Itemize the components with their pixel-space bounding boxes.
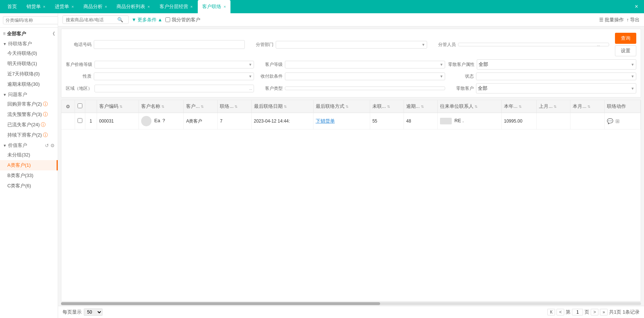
dept-label: 分管部门 — [248, 42, 273, 48]
gear-icon[interactable]: ⚙ — [66, 104, 70, 109]
value-arrow-icon: ▼ — [3, 144, 7, 148]
first-page-btn[interactable]: К — [547, 309, 555, 315]
sort-overdue-icon[interactable]: ⇅ — [421, 105, 424, 109]
person-label: 分管人员 — [430, 42, 456, 48]
col-this-month: 本月... ⇅ — [570, 100, 604, 113]
horizontal-scrollbar[interactable] — [61, 301, 641, 306]
sort-type-icon[interactable]: ⇅ — [201, 105, 204, 109]
my-customers-filter: 我分管的客户 — [165, 17, 200, 23]
filter-search-input[interactable] — [66, 17, 117, 22]
retail-customer-select[interactable]: 全部 ▼ — [476, 83, 636, 93]
filter-more-arrow: ▲ — [158, 17, 162, 22]
dept-arrow-icon: ▼ — [422, 43, 425, 47]
customer-level-arrow: ▼ — [440, 63, 443, 67]
settings-icon[interactable]: ⚙ — [50, 143, 55, 148]
customer-type-select[interactable] — [285, 86, 445, 90]
sidebar-search-input[interactable] — [3, 16, 58, 24]
col-this-year: 本年... ⇅ — [502, 100, 537, 113]
sort-lastmonth-icon[interactable]: ⇅ — [554, 105, 557, 109]
sidebar-item-overdue[interactable]: 逾期未联络(30) — [0, 79, 58, 89]
select-all-checkbox[interactable] — [78, 103, 82, 108]
status-select[interactable]: ▼ — [476, 73, 636, 80]
status-bar-right: К < 第 页 > » 共1页 1条记录 — [547, 309, 640, 315]
dept-select[interactable]: ▼ — [276, 41, 427, 49]
refresh-icon[interactable]: ↺ — [45, 143, 49, 148]
person-select[interactable]: ... — [458, 43, 609, 46]
col-contact-person: 往来单位联系人 ⇅ — [438, 100, 502, 113]
retail-attr-value: 全部 — [479, 61, 488, 68]
nav-tab-goods-list[interactable]: 商品分析列表 × — [112, 0, 154, 13]
export-btn[interactable]: ↑ 导出 — [627, 17, 640, 23]
nav-tab-sales[interactable]: 销货单 × — [22, 0, 50, 13]
nature-select[interactable]: ▼ — [94, 73, 254, 80]
problem-customers-group[interactable]: ▼ 问题客户 — [0, 89, 58, 99]
pending-contact-group[interactable]: ▼ 待联络客户 — [0, 39, 58, 48]
customer-level-select[interactable]: ▼ — [285, 61, 445, 68]
last-method-link[interactable]: 下销货单 — [316, 118, 335, 124]
sidebar-item-a-class[interactable]: A类客户(1) — [0, 160, 58, 170]
close-customer-layer-tab[interactable]: × — [190, 4, 193, 9]
sidebar-item-churn-warning[interactable]: 流失预警客户(3) ⓘ — [0, 109, 58, 120]
sidebar-collapse-btn[interactable]: 《 — [50, 31, 55, 37]
sort-code-icon[interactable]: ⇅ — [119, 105, 122, 109]
sidebar-item-c-class[interactable]: C类客户(6) — [0, 181, 58, 191]
last-page-btn[interactable]: » — [600, 309, 608, 315]
page-number-input[interactable] — [572, 309, 583, 315]
sort-year-icon[interactable]: ⇅ — [519, 105, 522, 109]
col-contact: 联络... ⇅ — [218, 100, 251, 113]
nav-tab-customer-contact[interactable]: 客户联络 × — [198, 0, 230, 13]
close-customer-contact-tab[interactable]: × — [223, 4, 226, 9]
sort-person-icon[interactable]: ⇅ — [475, 105, 477, 109]
batch-op-btn[interactable]: ☰ 批量操作 — [599, 17, 624, 23]
sidebar-item-repurchase[interactable]: 回购异常客户(2) ⓘ — [0, 99, 58, 109]
next-page-btn[interactable]: > — [591, 309, 598, 315]
close-purchase-tab[interactable]: × — [71, 4, 74, 9]
retail-customer-arrow: ▼ — [631, 86, 634, 91]
sort-nodays-icon[interactable]: ⇅ — [387, 105, 390, 109]
close-goods-analysis-tab[interactable]: × — [105, 4, 107, 9]
sidebar-item-declining[interactable]: 持续下滑客户(2) ⓘ — [0, 130, 58, 140]
query-btn[interactable]: 查询 — [615, 33, 636, 44]
sidebar-item-tomorrow[interactable]: 明天待联络(1) — [0, 59, 58, 69]
scrollbar-thumb[interactable] — [61, 302, 380, 305]
nav-tab-goods-analysis[interactable]: 商品分析 × — [79, 0, 111, 13]
sidebar-item-churned[interactable]: 已流失客户(24) ⓘ — [0, 120, 58, 130]
close-sales-tab[interactable]: × — [43, 4, 45, 9]
sidebar-search-box: 🔍 — [0, 13, 58, 28]
pay-condition-select[interactable]: ▼ — [285, 73, 445, 80]
retail-attr-select[interactable]: 全部 ▼ — [477, 59, 636, 70]
my-customers-checkbox[interactable] — [165, 17, 170, 22]
close-goods-list-tab[interactable]: × — [147, 4, 150, 9]
filter-search-icon[interactable]: 🔍 — [117, 17, 123, 22]
sort-date-icon[interactable]: ⇅ — [284, 105, 287, 109]
nav-tab-home[interactable]: 首页 — [3, 3, 21, 10]
phone-input[interactable] — [94, 40, 245, 49]
sidebar-item-ungrouped[interactable]: 未分组(32) — [0, 150, 58, 160]
sidebar-item-b-class[interactable]: B类客户(33) — [0, 170, 58, 181]
col-type: 客户... ⇅ — [184, 100, 218, 113]
filter-more-btn[interactable]: ▼ 更多条件 ▲ — [132, 17, 162, 23]
row-type: A类客户 — [184, 113, 218, 130]
row-checkbox[interactable] — [78, 118, 82, 123]
grid-action-icon[interactable]: ⊞ — [615, 118, 620, 124]
value-customers-group[interactable]: ▼ 价值客户 ↺ ⚙ — [0, 140, 58, 150]
sidebar: 🔍 ⠿ 全部客户 《 ▼ 待联络客户 今天待联络(0) 明天待联络(1) 近7天… — [0, 13, 58, 318]
sidebar-item-7days[interactable]: 近7天待联络(0) — [0, 69, 58, 79]
contact-person-tag — [440, 118, 452, 124]
region-select[interactable]: ... — [94, 85, 254, 92]
field-dept: 分管部门 ▼ — [248, 41, 427, 49]
nav-tab-customer-layer[interactable]: 客户分层经营 × — [155, 0, 197, 13]
chat-action-icon[interactable]: 💬 — [607, 118, 613, 124]
adv-settings-btn[interactable]: 设置 — [615, 45, 636, 56]
nav-tab-purchase[interactable]: 进货单 × — [50, 0, 78, 13]
page-size-select[interactable]: 50 100 — [84, 308, 103, 316]
price-level-select[interactable]: ▼ — [94, 61, 254, 68]
sort-thismonth-icon[interactable]: ⇅ — [587, 105, 590, 109]
sidebar-item-today[interactable]: 今天待联络(0) — [0, 48, 58, 59]
close-all-btn[interactable]: × — [632, 3, 641, 10]
sort-method-icon[interactable]: ⇅ — [346, 105, 348, 109]
prev-page-btn[interactable]: < — [557, 309, 564, 315]
field-nature: 性质 ▼ — [66, 73, 254, 80]
sort-contact-icon[interactable]: ⇅ — [235, 105, 237, 109]
sort-name-icon[interactable]: ⇅ — [161, 105, 164, 109]
